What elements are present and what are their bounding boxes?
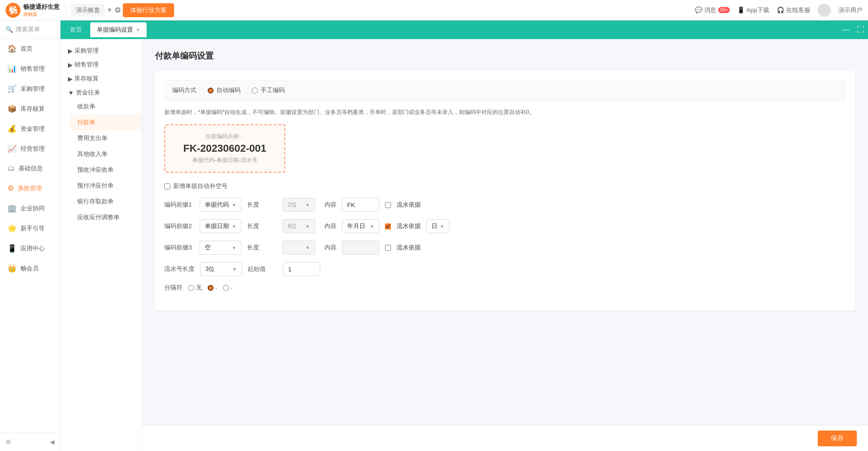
- auto-encode-option[interactable]: 自动编码: [208, 86, 241, 94]
- separator-none-option[interactable]: 无: [188, 283, 202, 292]
- sidebar-label-operations: 经营管理: [20, 145, 45, 153]
- save-button[interactable]: 保存: [818, 431, 857, 446]
- prefix1-length-value: 2位: [288, 201, 297, 209]
- message-label: 消息: [704, 6, 716, 14]
- sidebar-item-appstore[interactable]: 📱 应用中心: [0, 238, 60, 258]
- prefix2-content-value: 年月日: [347, 222, 365, 230]
- sidebar-item-enterprise[interactable]: 🏢 企业协同: [0, 198, 60, 218]
- tab-serial-setting[interactable]: 单据编码设置 ✕: [90, 22, 147, 37]
- page-main: 付款单编码设置 编码方式 自动编码 手工编码: [142, 39, 868, 425]
- sidebar-bottom: ⚙ ◀: [0, 432, 60, 451]
- company-chevron-icon[interactable]: ▼: [107, 7, 113, 13]
- tabbar-minimize-icon[interactable]: —: [840, 24, 851, 36]
- user-avatar[interactable]: [818, 4, 831, 17]
- left-nav-receipt[interactable]: 收款单: [70, 99, 141, 114]
- message-badge: 99+: [718, 7, 730, 13]
- left-nav-prepay-receivable[interactable]: 预收冲应收单: [70, 162, 141, 178]
- sidebar-item-system[interactable]: ⚙ 系统管理: [0, 178, 60, 198]
- online-service-item[interactable]: 🎧 在线客服: [777, 6, 810, 14]
- sidebar-item-home[interactable]: 🏠 首页: [0, 39, 60, 59]
- message-icon: 💬: [695, 7, 702, 13]
- left-nav-purchase[interactable]: ▶ 采购管理: [61, 43, 141, 57]
- collapse-icon[interactable]: ◀: [50, 438, 54, 445]
- settings-bottom-icon[interactable]: ⚙: [6, 438, 11, 445]
- left-nav-payment[interactable]: 付款单: [70, 114, 141, 130]
- preview-box: 当前编码示例： FK-20230602-001 单据代码-单据日期-流水号: [164, 124, 285, 173]
- tab-close-icon[interactable]: ✕: [136, 27, 140, 33]
- sidebar-search[interactable]: 🔍 搜索菜单: [0, 20, 60, 39]
- sidebar-item-sales[interactable]: 📊 销售管理: [0, 59, 60, 79]
- left-nav-inventory-label: 库存核算: [74, 74, 99, 83]
- left-nav-purchase-label: 采购管理: [74, 47, 99, 55]
- auto-encode-radio[interactable]: [208, 88, 214, 94]
- message-item[interactable]: 💬 消息 99+: [695, 6, 730, 14]
- prefix2-length-select[interactable]: 8位 ▼: [283, 219, 315, 233]
- app-download-item[interactable]: 📱 App下载: [737, 6, 769, 14]
- sidebar-item-fund[interactable]: 💰 资金管理: [0, 119, 60, 139]
- prefix2-period-select[interactable]: 日 ▼: [426, 219, 450, 233]
- page-wrapper: 付款单编码设置 编码方式 自动编码 手工编码: [142, 39, 868, 451]
- separator-row: 分隔符 无 ·: [164, 283, 846, 292]
- prefix2-select[interactable]: 单据日期 ▼: [200, 219, 242, 233]
- left-nav-prepay-receivable-label: 预收冲应收单: [77, 166, 114, 174]
- serial-length-select[interactable]: 3位 ▼: [200, 262, 242, 276]
- sidebar-label-appstore: 应用中心: [20, 244, 45, 253]
- prefix2-period-value: 日: [431, 222, 437, 230]
- prefix2-content-select[interactable]: 年月日 ▼: [342, 219, 379, 233]
- trial-button[interactable]: 体验行业方案: [123, 3, 174, 17]
- separator-radio-group: 无 · ·: [188, 283, 232, 292]
- prefix1-length-select[interactable]: 2位 ▼: [283, 198, 315, 212]
- auto-fill-checkbox[interactable]: [164, 183, 170, 189]
- tab-home[interactable]: 首页: [63, 22, 88, 37]
- prefix1-serial-depend-checkbox[interactable]: [385, 202, 391, 208]
- preview-desc: 单据代码-单据日期-流水号: [176, 156, 273, 164]
- sidebar-item-operations[interactable]: 📈 经营管理: [0, 139, 60, 159]
- sidebar-item-purchase[interactable]: 🛒 采购管理: [0, 79, 60, 99]
- prefix3-content-input[interactable]: [342, 241, 379, 255]
- sidebar-item-inventory[interactable]: 📦 库存核算: [0, 99, 60, 119]
- prefix2-content-label: 内容: [324, 222, 336, 230]
- sidebar-label-home: 首页: [20, 45, 33, 53]
- prefix2-serial-depend-checkbox[interactable]: [385, 223, 391, 229]
- separator-dot1-radio[interactable]: [208, 285, 214, 291]
- brand-sub: 旗舰版: [23, 11, 60, 18]
- left-nav-other-income[interactable]: 其他收入单: [70, 146, 141, 162]
- sidebar-item-member[interactable]: 👑 畅会员: [0, 258, 60, 278]
- left-nav-capital[interactable]: ▼ 资金往来: [61, 85, 141, 99]
- left-nav-expense[interactable]: 费用支出单: [70, 130, 141, 146]
- left-nav-bank[interactable]: 银行存取款单: [70, 194, 141, 209]
- manual-encode-radio[interactable]: [252, 88, 258, 94]
- tab-home-label: 首页: [70, 26, 82, 34]
- sidebar-item-basic[interactable]: 🗂 基础信息: [0, 159, 60, 178]
- left-nav-prepay-payable[interactable]: 预付冲应付单: [70, 178, 141, 194]
- serial-length-label: 流水号长度: [164, 265, 195, 273]
- left-nav-adjustment[interactable]: 应收应付调整单: [70, 209, 141, 225]
- start-value-input[interactable]: [283, 262, 320, 276]
- left-nav-sales[interactable]: ▶ 销售管理: [61, 57, 141, 71]
- sidebar-label-member: 畅会员: [20, 264, 39, 273]
- left-nav-inventory[interactable]: ▶ 库存核算: [61, 71, 141, 85]
- tabbar-expand-icon[interactable]: ⛶: [855, 24, 866, 36]
- company-selector[interactable]: 演示账套: [71, 4, 105, 16]
- prefix3-chevron-icon: ▼: [232, 245, 236, 250]
- prefix2-chevron-icon: ▼: [232, 224, 236, 229]
- prefix1-content-input[interactable]: [342, 198, 379, 212]
- prefix3-length-select[interactable]: ▼: [283, 241, 315, 255]
- auto-fill-row: 新增单据自动补空号: [164, 182, 846, 190]
- separator-dot2-option[interactable]: ·: [223, 284, 233, 291]
- settings-icon[interactable]: ⚙: [114, 6, 121, 14]
- prefix2-label: 编码前缀2: [164, 222, 194, 230]
- separator-dot1-option[interactable]: ·: [208, 284, 217, 291]
- sidebar-item-guide[interactable]: 🌟 新手引导: [0, 218, 60, 238]
- prefix3-length-chevron-icon: ▼: [305, 245, 310, 250]
- prefix1-select[interactable]: 单据代码 ▼: [200, 198, 242, 212]
- separator-dot2-radio[interactable]: [223, 285, 229, 291]
- left-nav-expense-label: 费用支出单: [77, 134, 108, 142]
- prefix3-select[interactable]: 空 ▼: [200, 241, 242, 255]
- prefix3-serial-depend-checkbox[interactable]: [385, 245, 391, 251]
- online-service-label: 在线客服: [786, 6, 810, 14]
- brand-name: 畅捷通好生意: [23, 3, 60, 11]
- prefix1-length-label: 长度: [247, 201, 277, 209]
- separator-none-radio[interactable]: [188, 285, 194, 291]
- manual-encode-option[interactable]: 手工编码: [252, 86, 285, 94]
